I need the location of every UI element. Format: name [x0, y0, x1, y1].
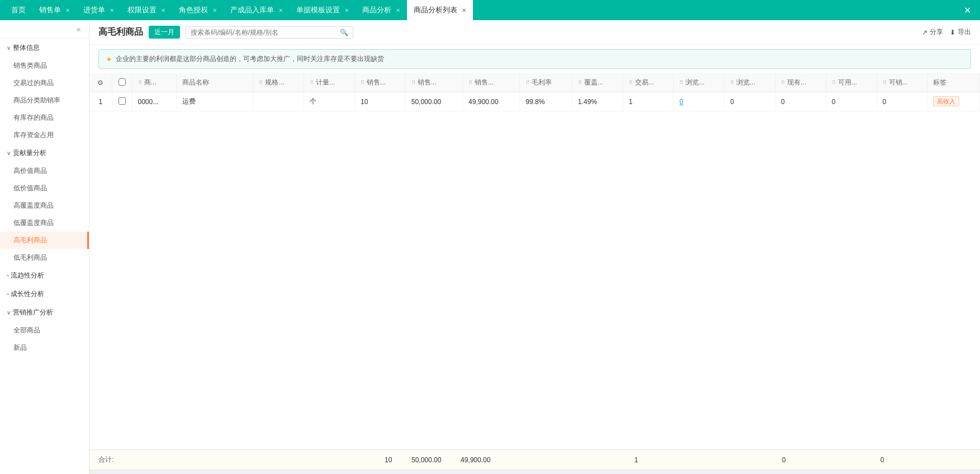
footer-current-stock: 0: [746, 456, 791, 464]
export-button[interactable]: ⬇ 导出: [950, 27, 971, 37]
info-banner: ✦ 企业的主要的利润都是这部分商品创造的，可考虑加大推广，同时关注库存是不要出现…: [98, 49, 971, 69]
nav-roles-close[interactable]: ✕: [212, 7, 217, 13]
sidebar-group-overall-arrow: ∨: [7, 45, 11, 51]
sidebar-collapse-button[interactable]: «: [72, 22, 86, 36]
footer-sales-qty: 10: [353, 456, 397, 464]
cell-code: 0000...: [132, 92, 176, 111]
time-filter-button[interactable]: 近一月: [149, 26, 180, 39]
sidebar-item-category-rate[interactable]: 商品分类助销率: [0, 92, 89, 109]
sidebar-item-high-coverage[interactable]: 高覆盖度商品: [0, 197, 89, 214]
sidebar-group-overall[interactable]: ∨ 整体信息: [0, 39, 89, 57]
cell-sales-qty: 10: [354, 92, 405, 111]
export-icon: ⬇: [950, 29, 955, 36]
share-button[interactable]: ↗ 分享: [922, 27, 943, 37]
footer-sales-profit: 49,900.00: [451, 456, 496, 464]
cell-name: 运费: [176, 92, 253, 111]
nav-sales[interactable]: 销售单 ✕: [32, 0, 77, 20]
search-icon[interactable]: 🔍: [340, 29, 348, 36]
sidebar-group-flow[interactable]: › 流趋性分析: [0, 266, 89, 285]
nav-roles[interactable]: 角色授权 ✕: [172, 0, 224, 20]
sidebar-group-growth-label: 成长性分析: [11, 289, 44, 299]
nav-purchase-label: 进货单: [83, 5, 105, 15]
nav-permissions-close[interactable]: ✕: [161, 7, 165, 13]
sidebar-group-flow-arrow: ›: [4, 275, 11, 276]
sidebar-item-all-goods[interactable]: 全部商品: [0, 322, 89, 339]
nav-home[interactable]: 首页: [4, 0, 32, 20]
sidebar-group-contribution[interactable]: ∨ 贡献量分析: [0, 144, 89, 162]
col-code: ⠿商...: [132, 73, 176, 92]
search-input[interactable]: [191, 29, 337, 36]
table-footer: 合计: 10 50,000.00 49,900.00 1 0 0: [89, 449, 980, 470]
sidebar-item-sales-goods[interactable]: 销售类商品: [0, 57, 89, 74]
cell-current-stock: 0: [775, 92, 826, 111]
sidebar-item-high-margin[interactable]: 高毛利商品: [0, 232, 89, 249]
nav-analysis[interactable]: 商品分析 ✕: [356, 0, 407, 20]
nav-permissions[interactable]: 权限设置 ✕: [121, 0, 172, 20]
sidebar-item-low-value[interactable]: 低价值商品: [0, 180, 89, 197]
window-close-button[interactable]: ✕: [959, 5, 976, 16]
cell-views2: 0: [725, 92, 775, 111]
content-header: 高毛利商品 近一月 🔍 ↗ 分享 ⬇ 导出: [89, 20, 980, 45]
sidebar-group-contribution-label: 贡献量分析: [13, 148, 46, 158]
nav-analysis-close[interactable]: ✕: [396, 7, 400, 13]
cell-spec: [253, 92, 304, 111]
nav-analysis-list[interactable]: 商品分析列表 ✕: [407, 0, 473, 20]
nav-product-in[interactable]: 产成品入库单 ✕: [224, 0, 290, 20]
sidebar-item-in-stock-goods[interactable]: 有库存的商品: [0, 109, 89, 126]
header-actions: ↗ 分享 ⬇ 导出: [922, 27, 971, 37]
footer-label: 合计:: [98, 455, 113, 464]
nav-product-in-close[interactable]: ✕: [278, 7, 283, 13]
sidebar-group-marketing-arrow: ∨: [7, 309, 11, 316]
share-icon: ↗: [922, 29, 927, 36]
nav-purchase-close[interactable]: ✕: [110, 7, 114, 13]
sidebar-group-flow-label: 流趋性分析: [11, 271, 44, 280]
sidebar-group-overall-label: 整体信息: [13, 43, 40, 53]
col-coverage: ⠿覆盖...: [572, 73, 623, 92]
table-body: 1 0000... 运费 个 10 50,000.00 49,900.00 99…: [89, 92, 980, 111]
table-row: 1 0000... 运费 个 10 50,000.00 49,900.00 99…: [89, 92, 980, 111]
sidebar-group-overall-items: 销售类商品 交易过的商品 商品分类助销率 有库存的商品 库存资金占用: [0, 57, 89, 144]
nav-template-label: 单据模板设置: [296, 5, 340, 15]
sidebar-group-marketing[interactable]: ∨ 营销推广分析: [0, 303, 89, 322]
sidebar-item-low-coverage[interactable]: 低覆盖度商品: [0, 214, 89, 232]
tag-badge: 高收入: [933, 96, 959, 106]
nav-analysis-list-close[interactable]: ✕: [462, 7, 466, 13]
table-container[interactable]: ⚙ ⠿商... 商品名称 ⠿规格... ⠿计量... ⠿销售... ⠿销售...…: [89, 73, 980, 449]
col-unit: ⠿计量...: [304, 73, 355, 92]
sidebar-group-growth[interactable]: › 成长性分析: [0, 285, 89, 303]
nav-purchase[interactable]: 进货单 ✕: [77, 0, 121, 20]
nav-sales-close[interactable]: ✕: [65, 7, 70, 13]
cell-tag: 高收入: [927, 92, 980, 111]
select-all-checkbox[interactable]: [119, 78, 126, 86]
cell-available-stock: 0: [826, 92, 877, 111]
col-available-stock: ⠿可用...: [826, 73, 877, 92]
col-views1: ⠿浏览...: [674, 73, 725, 92]
sidebar-item-stock-capital[interactable]: 库存资金占用: [0, 126, 89, 144]
col-gross-margin: ⠿毛利率: [520, 73, 572, 92]
cell-views1[interactable]: 0: [674, 92, 725, 111]
col-index: ⚙: [89, 73, 112, 92]
sidebar-item-traded-goods[interactable]: 交易过的商品: [0, 74, 89, 92]
sidebar-item-new-goods[interactable]: 新品: [0, 339, 89, 356]
cell-checkbox[interactable]: [112, 92, 132, 111]
cell-sales-amount: 50,000.00: [405, 92, 462, 111]
settings-icon[interactable]: ⚙: [97, 79, 103, 87]
sidebar-group-growth-arrow: ›: [4, 293, 11, 295]
nav-template-close[interactable]: ✕: [344, 7, 349, 13]
col-views2: ⠿浏览...: [725, 73, 775, 92]
content-title: 高毛利商品: [98, 26, 143, 38]
col-spec: ⠿规格...: [253, 73, 304, 92]
col-sellable-stock: ⠿可销...: [877, 73, 927, 92]
horizontal-scrollbar[interactable]: [89, 470, 980, 474]
sidebar-group-contribution-items: 高价值商品 低价值商品 高覆盖度商品 低覆盖度商品 高毛利商品 低毛利商品: [0, 162, 89, 266]
table-header-row: ⚙ ⠿商... 商品名称 ⠿规格... ⠿计量... ⠿销售... ⠿销售...…: [89, 73, 980, 92]
nav-template[interactable]: 单据模板设置 ✕: [290, 0, 356, 20]
nav-permissions-label: 权限设置: [127, 5, 157, 15]
cell-gross-margin: 99.8%: [520, 92, 572, 111]
cell-index: 1: [89, 92, 112, 111]
col-tag: 标签: [927, 73, 980, 92]
info-icon: ✦: [106, 55, 112, 64]
cell-unit: 个: [304, 92, 355, 111]
sidebar-item-high-value[interactable]: 高价值商品: [0, 162, 89, 180]
sidebar-item-low-margin[interactable]: 低毛利商品: [0, 249, 89, 266]
